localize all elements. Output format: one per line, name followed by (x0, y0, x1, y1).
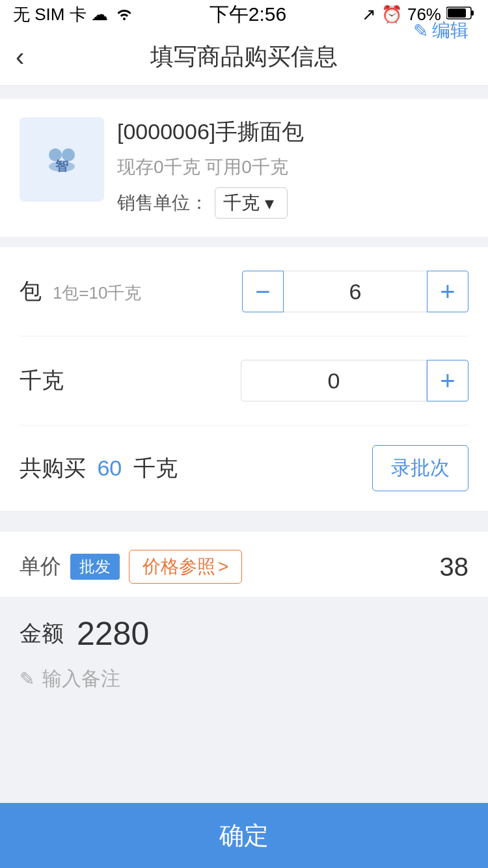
bottom-spacer (0, 705, 488, 796)
amount-value: 2280 (77, 615, 149, 653)
kg-qty-control: + (241, 360, 468, 401)
input-section: 包 1包=10千克 − + 千克 + (0, 247, 488, 426)
chevron-right-icon: > (218, 556, 228, 577)
summary-prefix: 共购买 (20, 455, 86, 480)
wifi-icon (115, 5, 134, 25)
location-icon: ↗ (362, 5, 376, 25)
bao-increase-button[interactable]: + (427, 271, 468, 312)
product-name: [0000006]手撕面包 (117, 117, 468, 147)
price-section: 单价 批发 价格参照 > 38 (0, 532, 488, 597)
confirm-label: 确定 (219, 819, 269, 852)
bao-sub-text: 1包=10千克 (53, 283, 142, 303)
bao-label: 包 1包=10千克 (20, 277, 141, 306)
price-ref-button[interactable]: 价格参照 > (129, 550, 242, 584)
kg-qty-input[interactable] (241, 360, 427, 401)
price-value: 38 (440, 552, 469, 582)
amount-label: 金额 (20, 619, 64, 649)
note-row[interactable]: ✎ 输入备注 (20, 666, 468, 692)
batch-button[interactable]: 录批次 (372, 445, 468, 491)
price-row: 单价 批发 价格参照 > 38 (20, 550, 468, 584)
bao-input-row: 包 1包=10千克 − + (20, 247, 468, 336)
status-left: 无 SIM 卡 ☁ (13, 3, 134, 26)
unit-select[interactable]: 千克 ▾ (215, 187, 288, 219)
summary-unit: 千克 (133, 455, 178, 480)
bao-decrease-button[interactable]: − (242, 271, 284, 312)
svg-rect-2 (448, 8, 466, 18)
kg-label: 千克 (20, 366, 64, 396)
price-label: 单价 (20, 552, 61, 581)
status-time: 下午2:56 (210, 1, 286, 28)
back-button[interactable]: ‹ (16, 42, 24, 72)
amount-row: 金额 2280 (20, 615, 468, 653)
chevron-down-icon: ▾ (265, 193, 274, 214)
svg-rect-1 (471, 10, 474, 16)
kg-label-text: 千克 (20, 368, 64, 392)
summary-row: 共购买 60 千克 录批次 (0, 426, 488, 511)
kg-input-row: 千克 + (20, 336, 468, 426)
alarm-icon: ⏰ (381, 5, 402, 25)
amount-section: 金额 2280 ✎ 输入备注 (0, 597, 488, 705)
unit-value: 千克 (223, 191, 260, 215)
edit-label: 编辑 (432, 18, 468, 43)
confirm-button[interactable]: 确定 (0, 803, 488, 868)
unit-label: 销售单位： (117, 191, 208, 215)
bao-qty-control: − + (242, 271, 468, 312)
product-stock: 现存0千克 可用0千克 (117, 155, 468, 180)
bao-qty-input[interactable] (284, 271, 427, 312)
divider-2 (0, 511, 488, 521)
divider-1 (0, 237, 488, 247)
sim-label: 无 SIM 卡 ☁ (13, 3, 108, 26)
edit-icon: ✎ (413, 20, 428, 42)
bao-label-text: 包 (20, 278, 42, 303)
price-ref-label: 价格参照 (142, 554, 215, 579)
pencil-icon: ✎ (20, 668, 34, 690)
product-unit-row: 销售单位： 千克 ▾ (117, 187, 468, 219)
product-thumbnail: 智 (20, 117, 104, 202)
kg-increase-button[interactable]: + (427, 360, 468, 401)
summary-amount: 60 (97, 455, 122, 480)
note-placeholder: 输入备注 (42, 666, 120, 692)
price-badge: 批发 (70, 554, 120, 580)
svg-text:智: 智 (55, 159, 68, 173)
product-info: [0000006]手撕面包 现存0千克 可用0千克 销售单位： 千克 ▾ (117, 117, 468, 219)
product-card: 智 [0000006]手撕面包 现存0千克 可用0千克 销售单位： 千克 ▾ ✎… (0, 99, 488, 237)
edit-button[interactable]: ✎ 编辑 (413, 18, 468, 43)
page-title: 填写商品购买信息 (150, 41, 338, 73)
summary-text: 共购买 60 千克 (20, 454, 178, 483)
